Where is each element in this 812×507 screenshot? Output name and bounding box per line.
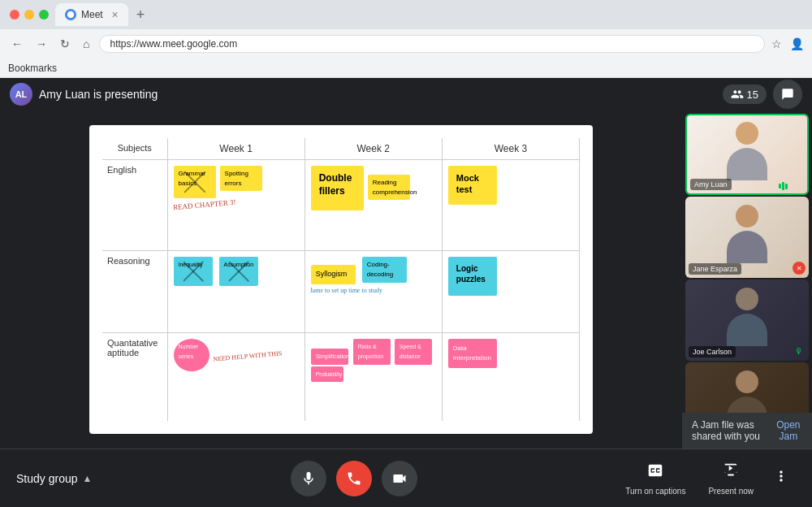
controls-right: Turn on captions Present now: [615, 457, 796, 500]
tab-favicon: [65, 9, 76, 20]
present-now-button[interactable]: Present now: [698, 457, 763, 500]
row-label-quant: Quantatative aptitude: [102, 333, 167, 421]
active-tab[interactable]: Meet ✕: [55, 3, 128, 26]
english-week2: Double fillers Reading comprehension: [304, 160, 442, 251]
url-text: https://www.meet.google.com: [110, 38, 237, 50]
home-button[interactable]: ⌂: [80, 36, 93, 52]
profile-icon[interactable]: 👤: [790, 37, 804, 50]
titlebar: Meet ✕ +: [0, 0, 812, 29]
microphone-icon: [300, 470, 317, 487]
end-call-button[interactable]: [336, 461, 372, 496]
table-row: Quantatative aptitude Number series NEED…: [102, 333, 580, 421]
tab-title: Meet: [81, 9, 103, 20]
more-icon: [773, 468, 789, 484]
presenter-avatar: AL: [10, 83, 32, 106]
col-header-week1: Week 1: [167, 138, 304, 160]
reload-button[interactable]: ↻: [57, 36, 73, 52]
present-label: Present now: [708, 487, 754, 496]
chat-button[interactable]: [773, 80, 802, 109]
sound-wave-icon: [779, 182, 788, 190]
participant-tile-joe[interactable]: Joe Carlson 🎙: [685, 280, 809, 361]
jam-table: Subjects Week 1 Week 2 Week 3 English: [102, 138, 580, 421]
sticky-note-speed: Speed & distance: [395, 339, 432, 364]
reasoning-week3: Logic puzzles: [442, 251, 579, 333]
presenter-info: AL Amy Luan is presenting: [10, 83, 158, 106]
row-label-english: English: [102, 160, 167, 251]
jam-notification-text: A Jam file was shared with you: [692, 419, 775, 442]
col-header-week2: Week 2: [304, 138, 442, 160]
open-jam-button[interactable]: Open Jam: [775, 419, 802, 442]
participants-count: 15: [747, 89, 758, 101]
participant-tile-jane[interactable]: Jane Esparza ✕: [685, 197, 809, 278]
sticky-note-syllogism: Syllogism: [311, 265, 356, 284]
camera-icon: [391, 470, 408, 487]
meeting-name: Study group ▲: [16, 472, 92, 485]
mute-icon-jane: ✕: [793, 262, 806, 275]
col-header-subjects: Subjects: [102, 138, 167, 160]
meeting-name-text: Study group: [16, 472, 78, 485]
sticky-note-ratio: Ratio & proportion: [353, 339, 391, 364]
row-label-reasoning: Reasoning: [102, 251, 167, 333]
mic-button[interactable]: [291, 461, 326, 496]
sticky-note: Reading comprehension: [368, 175, 410, 200]
sticky-note: Grammar basics: [174, 166, 216, 198]
english-week1: Grammar basics Spotting errors READ CHAP…: [167, 160, 304, 251]
sticky-note-data-interp: Data Interpretation: [448, 339, 497, 367]
chevron-up-icon: ▲: [83, 473, 93, 484]
browser-chrome: Meet ✕ + ← → ↻ ⌂ https://www.meet.google…: [0, 0, 812, 78]
sticky-note-mock-test: Mock test: [448, 166, 497, 205]
meet-bottombar: Study group ▲ Turn on captions: [0, 448, 812, 507]
maximize-window-button[interactable]: [39, 10, 49, 20]
camera-button[interactable]: [382, 461, 417, 496]
minimize-window-button[interactable]: [24, 10, 34, 20]
new-tab-button[interactable]: +: [132, 6, 150, 24]
more-options-button[interactable]: [767, 462, 796, 495]
bookmark-star-icon[interactable]: ☆: [771, 37, 782, 50]
english-week3: Mock test: [442, 160, 579, 251]
presentation-area: Subjects Week 1 Week 2 Week 3 English: [0, 110, 682, 448]
sticky-note-number: Number series: [174, 339, 209, 371]
participants-button[interactable]: 15: [723, 84, 767, 104]
tab-bar: Meet ✕ +: [55, 3, 149, 26]
sticky-note-prob: Probability: [311, 366, 343, 383]
table-row: English Grammar basics Spotting errors R…: [102, 160, 580, 251]
traffic-lights: [10, 10, 49, 20]
jam-notification: A Jam file was shared with you Open Jam: [682, 413, 812, 448]
participant-tile-amy[interactable]: Amy Luan: [685, 114, 809, 195]
captions-icon: [646, 462, 664, 483]
captions-label: Turn on captions: [625, 487, 685, 496]
avatar-joe: [723, 288, 771, 353]
toolbar-icons: ☆ 👤: [771, 37, 804, 50]
sticky-note-simplification: Simplification: [311, 349, 348, 365]
controls-center: [291, 461, 417, 496]
mic-on-icon-joe: 🎙: [793, 344, 806, 358]
back-button[interactable]: ←: [8, 36, 26, 52]
forward-button[interactable]: →: [32, 36, 50, 52]
participant-name-joe: Joe Carlson: [689, 346, 736, 358]
participants-sidebar: Amy Luan Jane Esparza ✕: [682, 110, 812, 448]
handwriting-note-2: Jame to set up time to study: [310, 287, 437, 294]
sticky-note-coding: Coding-decoding: [362, 257, 407, 282]
table-row: Reasoning Inequality Assumption: [102, 251, 580, 333]
bookmarks-bar: Bookmarks: [0, 58, 812, 78]
participant-name-jane: Jane Esparza: [689, 263, 741, 275]
quant-week2: Simplification Ratio & proportion Speed …: [304, 333, 442, 421]
participant-name-amy: Amy Luan: [690, 179, 732, 190]
sticky-note: Spotting errors: [220, 166, 262, 191]
meet-content: Subjects Week 1 Week 2 Week 3 English: [0, 110, 812, 448]
tab-close-button[interactable]: ✕: [111, 10, 119, 20]
close-window-button[interactable]: [10, 10, 19, 20]
topbar-right: 15: [723, 80, 802, 109]
quant-week3: Data Interpretation: [442, 333, 579, 421]
avatar-amy: [723, 122, 771, 187]
reasoning-week2: Syllogism Coding-decoding Jame to set up…: [304, 251, 442, 333]
sticky-note-double-fillers: Double fillers: [311, 166, 364, 210]
meet-topbar: AL Amy Luan is presenting 15: [0, 78, 812, 110]
address-bar[interactable]: https://www.meet.google.com: [99, 35, 765, 53]
browser-toolbar: ← → ↻ ⌂ https://www.meet.google.com ☆ 👤: [0, 29, 812, 58]
col-header-week3: Week 3: [442, 138, 579, 160]
end-call-icon: [346, 470, 362, 487]
captions-button[interactable]: Turn on captions: [615, 457, 695, 500]
bookmarks-label: Bookmarks: [8, 63, 57, 74]
sticky-note: Inequality: [174, 257, 213, 286]
